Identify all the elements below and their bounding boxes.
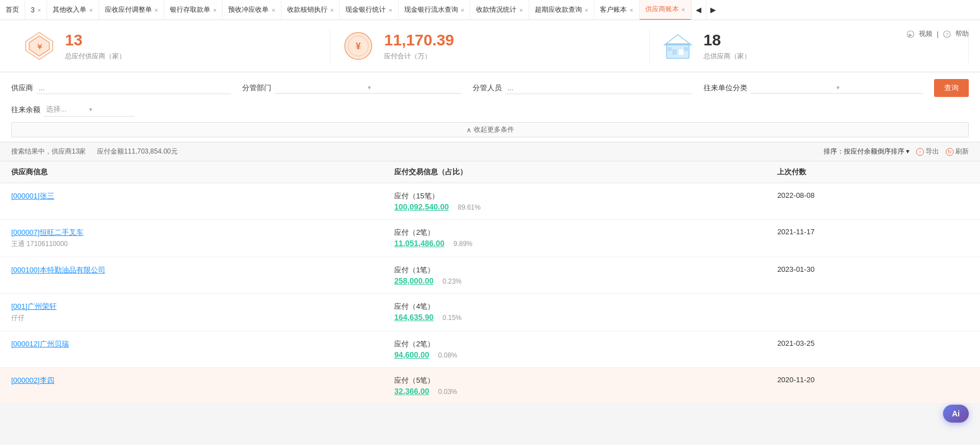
store-icon bbox=[661, 29, 695, 63]
summary-block-payable-total: ¥ 11,170.39 应付合计（万） bbox=[330, 29, 649, 63]
result-bar: 搜索结果中，供应商13家 应付金额111,703,854.00元 排序：按应付余… bbox=[0, 142, 980, 161]
help-icon: ? bbox=[943, 30, 951, 38]
result-amount-text: 应付金额111,703,854.00元 bbox=[97, 147, 177, 156]
trans-label: 应付（2笔） bbox=[394, 228, 777, 238]
refresh-icon: ↻ bbox=[946, 148, 954, 156]
category-select[interactable]: ▾ bbox=[751, 82, 923, 94]
trans-amount[interactable]: 258,000.00 bbox=[394, 276, 433, 285]
table-header: 供应商信息 应付交易信息（占比） 上次付数 bbox=[0, 161, 980, 183]
trans-label: 应付（15笔） bbox=[394, 191, 777, 201]
trans-amount[interactable]: 100,092,540.00 bbox=[394, 202, 449, 211]
supplier-link[interactable]: [000002]李四 bbox=[11, 376, 394, 386]
payable-suppliers-label: 总应付供应商（家） bbox=[65, 52, 126, 61]
nav-tab-cash-bank-flow[interactable]: 现金银行流水查询 × bbox=[399, 0, 470, 20]
help-link[interactable]: 帮助 bbox=[955, 29, 969, 39]
result-suppliers-text: 搜索结果中，供应商13家 bbox=[11, 147, 86, 156]
payable-suppliers-count: 13 bbox=[65, 31, 126, 50]
total-suppliers-label: 总供应商（家） bbox=[704, 52, 751, 61]
nav-tab-overdue-query[interactable]: 超期应收款查询 × bbox=[529, 0, 594, 20]
filter-dept: 分管部门 ▾ bbox=[242, 82, 462, 94]
video-link[interactable]: 视频 bbox=[919, 29, 932, 39]
diamond-icon: ￥ bbox=[22, 29, 56, 63]
supplier-link[interactable]: [000100]本特勤油品有限公司 bbox=[11, 265, 394, 275]
supplier-link[interactable]: [000012]广州贝瑞 bbox=[11, 339, 394, 349]
close-tab-bank-deposit[interactable]: × bbox=[213, 7, 216, 13]
export-button[interactable]: ↑ 导出 bbox=[916, 147, 939, 156]
collapse-button[interactable]: ∧ 收起更多条件 bbox=[11, 122, 969, 137]
chevron-up-icon: ∧ bbox=[466, 126, 471, 134]
supplier-link[interactable]: [000001]张三 bbox=[11, 191, 394, 201]
close-tab-3[interactable]: × bbox=[38, 7, 41, 13]
refresh-button[interactable]: ↻ 刷新 bbox=[946, 147, 969, 156]
last-pay-cell: 2023-01-30 bbox=[777, 265, 969, 274]
close-tab-cash-bank-flow[interactable]: × bbox=[461, 7, 464, 13]
nav-tab-bank-deposit[interactable]: 银行存取款单 × bbox=[164, 0, 223, 20]
trans-amount[interactable]: 32,366.00 bbox=[394, 387, 429, 396]
payable-total-label: 应付合计（万） bbox=[384, 52, 454, 61]
svg-text:▶: ▶ bbox=[909, 33, 913, 38]
person-input[interactable] bbox=[505, 82, 692, 94]
supplier-link[interactable]: [000007]恒旺二手叉车 bbox=[11, 228, 394, 238]
close-tab-supplier-account[interactable]: × bbox=[682, 6, 685, 13]
nav-arrow-left[interactable]: ◀ bbox=[691, 0, 706, 20]
table-row: [000012]广州贝瑞 应付（2笔） 94,600.00 0.08% 2021… bbox=[0, 331, 980, 368]
nav-tab-cash-bank-stat[interactable]: 现金银行统计 × bbox=[340, 0, 398, 20]
svg-text:￥: ￥ bbox=[36, 43, 43, 51]
table-row: [000100]本特勤油品有限公司 应付（1笔） 258,000.00 0.23… bbox=[0, 257, 980, 294]
close-tab-advance-charge[interactable]: × bbox=[271, 7, 275, 13]
filter-row-1: 供应商 分管部门 ▾ 分管人员 往来单位分类 ▾ 查询 bbox=[11, 79, 969, 97]
nav-tab-supplier-account[interactable]: 供应商账本 × bbox=[640, 0, 691, 20]
close-tab-receipt-stat[interactable]: × bbox=[519, 7, 523, 13]
supplier-cell: [001]广州荣轩 仔仔 bbox=[11, 302, 394, 323]
trans-percent: 0.23% bbox=[442, 277, 461, 285]
nav-tab-ap-adjust[interactable]: 应收应付调整单 × bbox=[99, 0, 164, 20]
filter-area: 供应商 分管部门 ▾ 分管人员 往来单位分类 ▾ 查询 bbox=[0, 72, 980, 142]
balance-select[interactable]: 选择... ▾ bbox=[44, 103, 135, 117]
supplier-link[interactable]: [001]广州荣轩 bbox=[11, 302, 394, 312]
close-tab-receipt-exec[interactable]: × bbox=[330, 7, 334, 13]
trans-amount[interactable]: 164,635.90 bbox=[394, 313, 433, 322]
circle-icon: ▶ bbox=[907, 30, 914, 38]
payable-total-amount: 11,170.39 bbox=[384, 31, 454, 50]
trans-percent: 89.61% bbox=[458, 203, 481, 211]
chevron-down-icon-3: ▾ bbox=[89, 106, 132, 113]
col-trans-info: 应付交易信息（占比） bbox=[394, 167, 777, 177]
coin-icon: ¥ bbox=[341, 29, 375, 63]
col-supplier-info: 供应商信息 bbox=[11, 167, 394, 177]
table-row: [001]广州荣轩 仔仔 应付（4笔） 164,635.90 0.15% bbox=[0, 294, 980, 331]
close-tab-ap-adjust[interactable]: × bbox=[155, 7, 158, 13]
close-tab-customer-account[interactable]: × bbox=[630, 7, 633, 13]
nav-arrow-right[interactable]: ▶ bbox=[706, 0, 720, 20]
trans-amount[interactable]: 11,051,486.00 bbox=[394, 239, 445, 248]
top-navigation: 首页 3 × 其他收入单 × 应收应付调整单 × 银行存取款单 × 预收冲应收单… bbox=[0, 0, 980, 20]
dept-select[interactable]: ▾ bbox=[275, 82, 462, 94]
query-button[interactable]: 查询 bbox=[934, 79, 969, 97]
nav-tab-3[interactable]: 3 × bbox=[25, 0, 47, 20]
nav-tab-receipt-exec[interactable]: 收款核销执行 × bbox=[281, 0, 340, 20]
close-tab-overdue-query[interactable]: × bbox=[585, 7, 588, 13]
summary-block-payable-suppliers: ￥ 13 总应付供应商（家） bbox=[11, 29, 330, 63]
table-row: [000007]恒旺二手叉车 王通 17106110000 应付（2笔） 11,… bbox=[0, 220, 980, 257]
total-suppliers-count: 18 bbox=[704, 31, 751, 50]
close-tab-other-income[interactable]: × bbox=[89, 7, 93, 13]
nav-tab-customer-account[interactable]: 客户账本 × bbox=[594, 0, 639, 20]
nav-tab-other-income[interactable]: 其他收入单 × bbox=[47, 0, 99, 20]
nav-tab-receipt-stat[interactable]: 收款情况统计 × bbox=[470, 0, 529, 20]
trans-amount[interactable]: 94,600.00 bbox=[394, 350, 429, 359]
table-row: [000001]张三 应付（15笔） 100,092,540.00 89.61%… bbox=[0, 183, 980, 220]
nav-tab-home[interactable]: 首页 bbox=[0, 0, 25, 20]
supplier-cell: [000012]广州贝瑞 bbox=[11, 339, 394, 349]
supplier-label: 供应商 bbox=[11, 83, 33, 93]
filter-supplier: 供应商 bbox=[11, 82, 231, 94]
trans-percent: 0.15% bbox=[442, 314, 461, 322]
supplier-input[interactable] bbox=[36, 82, 231, 94]
filter-balance: 往来余额 选择... ▾ bbox=[11, 103, 135, 117]
nav-tab-advance-charge[interactable]: 预收冲应收单 × bbox=[223, 0, 281, 20]
supplier-table: 供应商信息 应付交易信息（占比） 上次付数 [000001]张三 应付（15笔）… bbox=[0, 161, 980, 404]
svg-text:¥: ¥ bbox=[356, 41, 361, 51]
close-tab-cash-bank-stat[interactable]: × bbox=[389, 7, 392, 13]
sort-label: 排序：按应付余额倒序排序 ▾ bbox=[824, 147, 909, 156]
trans-percent: 9.89% bbox=[454, 240, 473, 248]
trans-label: 应付（1笔） bbox=[394, 265, 777, 275]
chevron-down-icon-sort: ▾ bbox=[906, 147, 909, 155]
